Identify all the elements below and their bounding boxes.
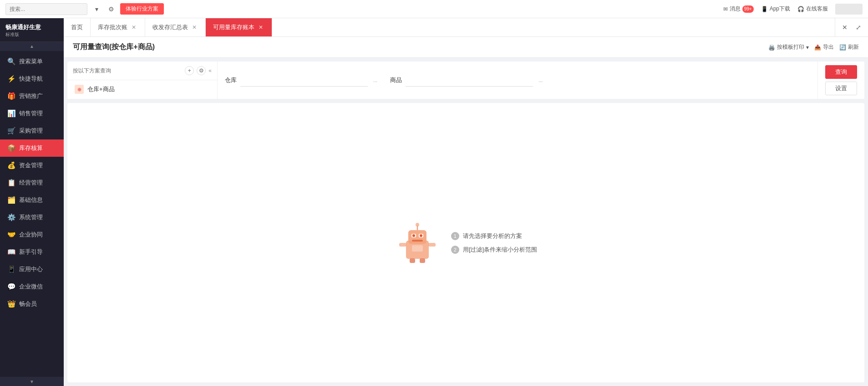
sidebar-item-app-center[interactable]: 📱 应用中心 xyxy=(0,261,64,278)
gift-icon: 🎁 xyxy=(7,92,15,100)
tab-batch-account[interactable]: 库存批次账 ✕ xyxy=(91,18,145,36)
refresh-btn[interactable]: 🔄 刷新 xyxy=(839,43,859,51)
sidebar-item-basic[interactable]: 🗂️ 基础信息 xyxy=(0,191,64,209)
online-service-btn[interactable]: 🎧 在线客服 xyxy=(797,5,828,13)
tip-number-2: 2 xyxy=(451,246,459,254)
sidebar-item-label: 快捷导航 xyxy=(19,75,43,83)
sidebar-item-inventory[interactable]: 📦 库存核算 xyxy=(0,139,64,157)
empty-tips: 1 请先选择要分析的方案 2 用[过滤]条件来缩小分析范围 xyxy=(451,232,537,254)
sidebar-item-enterprise[interactable]: 🤝 企业协同 xyxy=(0,226,64,243)
sidebar-item-marketing[interactable]: 🎁 营销推广 xyxy=(0,87,64,105)
sidebar-item-wechat[interactable]: 💬 企业微信 xyxy=(0,278,64,295)
online-service-label: 在线客服 xyxy=(806,5,828,13)
empty-tip-1: 1 请先选择要分析的方案 xyxy=(451,232,537,240)
tab-stock-summary[interactable]: 收发存汇总表 ✕ xyxy=(145,18,206,36)
print-template-btn[interactable]: 🖨️ 按模板打印 ▾ xyxy=(768,43,809,51)
trial-industry-btn[interactable]: 体验行业方案 xyxy=(120,3,164,15)
sidebar-item-operations[interactable]: 📋 经营管理 xyxy=(0,174,64,191)
sidebar-item-quick-nav[interactable]: ⚡ 快捷导航 xyxy=(0,70,64,87)
sidebar-item-beginner[interactable]: 📖 新手引导 xyxy=(0,243,64,261)
svg-rect-9 xyxy=(399,243,406,247)
svg-rect-11 xyxy=(410,258,415,263)
header-dropdown-btn[interactable]: ▾ xyxy=(91,4,102,15)
query-execute-btn[interactable]: 查询 xyxy=(825,65,857,79)
tab-bar-actions: ✕ ⤢ xyxy=(835,18,868,36)
sidebar-item-member[interactable]: 👑 畅会员 xyxy=(0,295,64,313)
tab-close-available-account[interactable]: ✕ xyxy=(257,24,264,31)
tab-label: 库存批次账 xyxy=(98,23,127,31)
refresh-icon: 🔄 xyxy=(839,44,846,51)
tab-label: 收发存汇总表 xyxy=(152,23,188,31)
filter-fields: 仓库 ... 商品 ... xyxy=(218,62,817,99)
tab-maximize-btn[interactable]: ⤢ xyxy=(853,21,864,33)
headphone-icon: 🎧 xyxy=(797,6,804,12)
tab-close-stock-summary[interactable]: ✕ xyxy=(191,24,198,31)
query-settings-btn[interactable]: 设置 xyxy=(825,82,857,95)
svg-rect-1 xyxy=(408,230,426,244)
sidebar-item-label: 资金管理 xyxy=(19,161,43,170)
sidebar-item-label: 应用中心 xyxy=(19,265,43,273)
svg-point-8 xyxy=(416,223,419,226)
scheme-collapse-btn[interactable]: « xyxy=(208,67,212,74)
tab-label: 可用量库存账本 xyxy=(213,23,254,31)
dropdown-arrow-icon: ▾ xyxy=(806,44,809,51)
sidebar-logo-title: 畅康通好生意 xyxy=(5,24,58,31)
sidebar-scroll-down[interactable]: ▼ xyxy=(0,377,64,386)
crown-icon: 👑 xyxy=(7,300,15,308)
printer-icon: 🖨️ xyxy=(768,44,775,51)
export-btn[interactable]: 📤 导出 xyxy=(814,43,834,51)
search-icon: 🔍 xyxy=(7,57,15,66)
top-header: ▾ ⚙ 体验行业方案 ✉ 消息 99+ 📱 App下载 🎧 在线客服 xyxy=(0,0,868,18)
page-header: 可用量查询(按仓库+商品) 🖨️ 按模板打印 ▾ 📤 导出 🔄 刷新 xyxy=(64,37,868,58)
sidebar-scroll-up[interactable]: ▲ xyxy=(0,42,64,51)
refresh-label: 刷新 xyxy=(848,43,859,51)
sidebar-item-label: 营销推广 xyxy=(19,92,43,100)
tip-number-1: 1 xyxy=(451,232,459,240)
svg-point-4 xyxy=(412,234,415,237)
product-more-btn[interactable]: ... xyxy=(537,77,544,83)
svg-rect-13 xyxy=(412,245,423,252)
empty-state: 1 请先选择要分析的方案 2 用[过滤]条件来缩小分析范围 xyxy=(67,103,864,382)
tab-available-account[interactable]: 可用量库存账本 ✕ xyxy=(206,18,272,36)
sidebar-item-sales[interactable]: 📊 销售管理 xyxy=(0,105,64,122)
sidebar-item-label: 企业协同 xyxy=(19,231,43,239)
clipboard-icon: 📋 xyxy=(7,179,15,187)
user-avatar[interactable] xyxy=(835,4,863,15)
message-badge: 99+ xyxy=(742,5,754,13)
tab-close-btn[interactable]: ✕ xyxy=(839,21,851,33)
scheme-warehouse-product[interactable]: ⊕ 仓库+商品 xyxy=(67,80,217,98)
app-download-btn[interactable]: 📱 App下载 xyxy=(761,5,790,13)
empty-robot-illustration xyxy=(395,220,440,266)
phone-icon: 📱 xyxy=(7,265,15,273)
header-gear-btn[interactable]: ⚙ xyxy=(106,4,117,15)
sidebar-item-purchase[interactable]: 🛒 采购管理 xyxy=(0,122,64,139)
header-search-input[interactable] xyxy=(5,3,87,15)
tab-close-batch-account[interactable]: ✕ xyxy=(130,24,137,31)
sidebar-item-label: 库存核算 xyxy=(19,144,43,152)
header-right: ✉ 消息 99+ 📱 App下载 🎧 在线客服 xyxy=(723,4,863,15)
scheme-actions: + ⚙ « xyxy=(185,66,212,75)
sidebar-item-label: 搜索菜单 xyxy=(19,57,43,66)
sidebar: 畅康通好生意 标准版 ▲ 🔍 搜索菜单 ⚡ 快捷导航 🎁 营销推广 📊 销售管理 xyxy=(0,18,64,386)
scheme-add-btn[interactable]: + xyxy=(185,66,194,75)
export-icon: 📤 xyxy=(814,44,821,51)
app-download-label: App下载 xyxy=(770,5,790,13)
scheme-item-label: 仓库+商品 xyxy=(87,85,115,93)
sidebar-item-system[interactable]: ⚙️ 系统管理 xyxy=(0,209,64,226)
sidebar-item-search[interactable]: 🔍 搜索菜单 xyxy=(0,53,64,70)
warehouse-input[interactable] xyxy=(240,74,368,87)
filter-field-warehouse: 仓库 ... xyxy=(225,74,379,87)
tab-home[interactable]: 首页 xyxy=(64,18,91,36)
gear-icon: ⚙️ xyxy=(7,213,15,221)
svg-rect-12 xyxy=(420,258,425,263)
product-input[interactable] xyxy=(406,74,533,87)
filter-field-product: 商品 ... xyxy=(390,74,544,87)
sidebar-item-finance[interactable]: 💰 资金管理 xyxy=(0,157,64,174)
message-label: 消息 xyxy=(730,5,741,13)
sidebar-item-label: 基础信息 xyxy=(19,196,43,204)
warehouse-more-btn[interactable]: ... xyxy=(371,77,379,83)
message-btn[interactable]: ✉ 消息 99+ xyxy=(723,5,754,13)
query-scheme-title: 按以下方案查询 xyxy=(73,67,111,75)
scheme-settings-icon-btn[interactable]: ⚙ xyxy=(197,66,206,75)
svg-rect-6 xyxy=(412,240,423,242)
